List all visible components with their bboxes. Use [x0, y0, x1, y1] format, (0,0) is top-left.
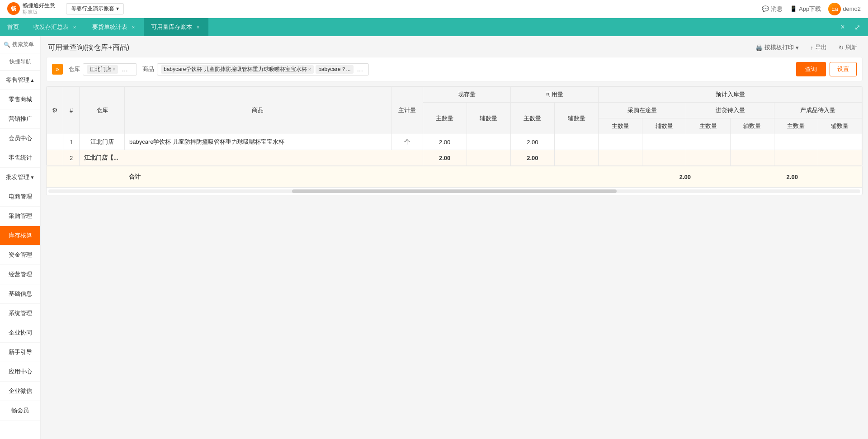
horizontal-scrollbar[interactable] [46, 188, 863, 195]
nav-tabs: 首页 收发存汇总表 × 要货单统计表 × 可用量库存账本 × × ⤢ [0, 18, 868, 36]
row-purchase-transit-sub [642, 134, 686, 150]
marketing-label: 营销推广 [9, 115, 32, 122]
page-title: 可用量查询(按仓库+商品) [48, 43, 129, 52]
app-download-btn[interactable]: 📱 App下载 [790, 5, 821, 13]
sidebar-item-app-center[interactable]: 应用中心 [0, 362, 40, 382]
warehouse-more-btn[interactable]: ... [120, 65, 129, 73]
logo-area: 畅 畅捷通好生意 标准版 [7, 2, 55, 15]
wholesale-mgmt-label: 批发管理 [6, 173, 29, 181]
refresh-btn[interactable]: ↻ 刷新 [835, 42, 861, 53]
product-more-btn[interactable]: ... [355, 65, 365, 73]
sidebar-item-retail-mall[interactable]: 零售商城 [0, 90, 40, 109]
row-product-waiting-sub [818, 134, 862, 150]
print-label: 按模板打印 [764, 43, 794, 52]
th-index: # [63, 87, 80, 134]
subtotal-goods-waiting-sub [730, 150, 774, 166]
filter-actions: 查询 设置 [796, 62, 857, 76]
table-container: ⚙ # 仓库 商品 主计量 现存量 [46, 86, 863, 166]
finance-label: 资金管理 [9, 251, 32, 258]
sidebar-item-purchase[interactable]: 采购管理 [0, 207, 40, 226]
app-center-label: 应用中心 [9, 368, 32, 375]
th-avail-sub: 辅数量 [554, 103, 598, 134]
filter-area: » 仓库 江北门店 × ... 商品 babycare学饮杯 儿童防摔防撞吸管杯… [46, 57, 863, 81]
th-goods-waiting-sub: 辅数量 [730, 118, 774, 134]
sidebar-item-retail-stats[interactable]: 零售统计 [0, 148, 40, 168]
th-purchase-transit-sub: 辅数量 [642, 118, 686, 134]
sidebar-item-wholesale-mgmt[interactable]: 批发管理 ▼ [0, 168, 40, 187]
tab-order-stats-close[interactable]: × [130, 24, 137, 30]
tab-available-stock[interactable]: 可用量库存账本 × [144, 18, 208, 36]
tab-home-label: 首页 [7, 23, 19, 31]
sidebar-item-operations[interactable]: 经营管理 [0, 265, 40, 284]
subtotal-stock-main: 2.00 [423, 150, 467, 166]
warehouse-filter-input[interactable]: 江北门店 × ... [83, 63, 137, 76]
product-tag-1-remove[interactable]: × [308, 66, 311, 72]
th-goods-waiting-group: 进货待入量 [686, 103, 774, 118]
message-btn[interactable]: 💬 消息 [762, 5, 783, 13]
th-product: 商品 [125, 87, 392, 134]
footer-avail-main: 2.00 [755, 170, 829, 184]
tab-stock-summary[interactable]: 收发存汇总表 × [26, 18, 85, 36]
sidebar-item-tutorial[interactable]: 新手引导 [0, 343, 40, 362]
tab-stock-summary-label: 收发存汇总表 [33, 23, 69, 31]
sidebar-item-member[interactable]: 会员中心 [0, 129, 40, 148]
retail-mgmt-label: 零售管理 [6, 76, 29, 84]
th-product-waiting-main: 主数量 [774, 118, 818, 134]
app-download-label: App下载 [799, 5, 821, 13]
row-product: babycare学饮杯 儿童防摔防撞吸管杯重力球吸嘴杯宝宝水杯 [125, 134, 392, 150]
logo-text-group: 畅捷通好生意 标准版 [23, 2, 55, 15]
retail-stats-label: 零售统计 [9, 154, 32, 161]
sidebar-item-marketing[interactable]: 营销推广 [0, 109, 40, 129]
settings-btn[interactable]: 设置 [830, 62, 857, 76]
print-btn[interactable]: 🖨️ 按模板打印 ▾ [752, 42, 802, 53]
filter-expand-btn[interactable]: » [52, 64, 63, 75]
sidebar-item-wechat[interactable]: 企业微信 [0, 382, 40, 401]
tutorial-label: 新手引导 [9, 349, 32, 355]
quick-nav-label: 快捷导航 [9, 58, 31, 65]
sidebar-item-inventory[interactable]: 库存核算 [0, 226, 40, 245]
th-purchase-transit-group: 采购在途量 [599, 103, 686, 118]
sidebar-quick-nav[interactable]: 快捷导航 [0, 53, 40, 71]
logo-icon: 畅 [7, 2, 20, 15]
th-gear[interactable]: ⚙ [47, 87, 63, 134]
avatar: Ea [828, 3, 841, 15]
filter-warehouse-group: 仓库 江北门店 × ... [68, 63, 137, 76]
footer-stock-main: 2.00 [648, 170, 722, 184]
window-restore-btn[interactable]: ⤢ [852, 22, 863, 33]
sidebar-item-ecommerce[interactable]: 电商管理 [0, 187, 40, 207]
tab-available-stock-label: 可用量库存账本 [151, 23, 192, 31]
search-icon: 🔍 [4, 42, 10, 48]
sidebar-item-vip[interactable]: 畅会员 [0, 401, 40, 420]
tab-stock-summary-close[interactable]: × [71, 24, 78, 30]
sidebar-item-enterprise[interactable]: 企业协同 [0, 323, 40, 343]
inventory-label: 库存核算 [9, 232, 32, 239]
tab-order-stats[interactable]: 要货单统计表 × [85, 18, 144, 36]
warehouse-tag-remove[interactable]: × [113, 66, 115, 72]
refresh-icon: ↻ [839, 44, 844, 51]
tab-home[interactable]: 首页 [0, 18, 26, 36]
user-area[interactable]: Ea demo2 [828, 3, 861, 15]
export-btn[interactable]: ↑ 导出 [807, 42, 831, 53]
sidebar-item-system[interactable]: 系统管理 [0, 304, 40, 323]
tab-available-stock-close[interactable]: × [195, 24, 201, 30]
query-btn[interactable]: 查询 [796, 62, 826, 76]
footer-label: 合计 [124, 170, 616, 184]
sidebar-search[interactable]: 🔍 搜索菜单 [0, 36, 40, 53]
th-incoming-group: 预计入库量 [599, 87, 862, 103]
th-available-group: 可用量 [510, 87, 598, 103]
template-selector[interactable]: 母婴行业演示账套 ▾ [66, 3, 124, 14]
row-gear [47, 134, 63, 150]
window-close-btn[interactable]: × [837, 22, 848, 33]
sidebar-item-basic-info[interactable]: 基础信息 [0, 284, 40, 304]
product-tag-1: babycare学饮杯 儿童防摔防撞吸管杯重力球吸嘴杯宝宝水杯 × [161, 65, 314, 74]
product-filter-input[interactable]: babycare学饮杯 儿童防摔防撞吸管杯重力球吸嘴杯宝宝水杯 × babyca… [157, 63, 369, 76]
subtotal-avail-main: 2.00 [510, 150, 554, 166]
app-download-icon: 📱 [790, 5, 797, 12]
sidebar-item-retail-mgmt[interactable]: 零售管理 ▲ [0, 71, 40, 90]
message-label: 消息 [771, 5, 783, 13]
purchase-label: 采购管理 [9, 212, 32, 219]
row-warehouse: 江北门店 [80, 134, 125, 150]
sidebar-item-finance[interactable]: 资金管理 [0, 245, 40, 265]
logo-sub: 标准版 [23, 9, 55, 15]
expand-icon: » [56, 66, 59, 73]
